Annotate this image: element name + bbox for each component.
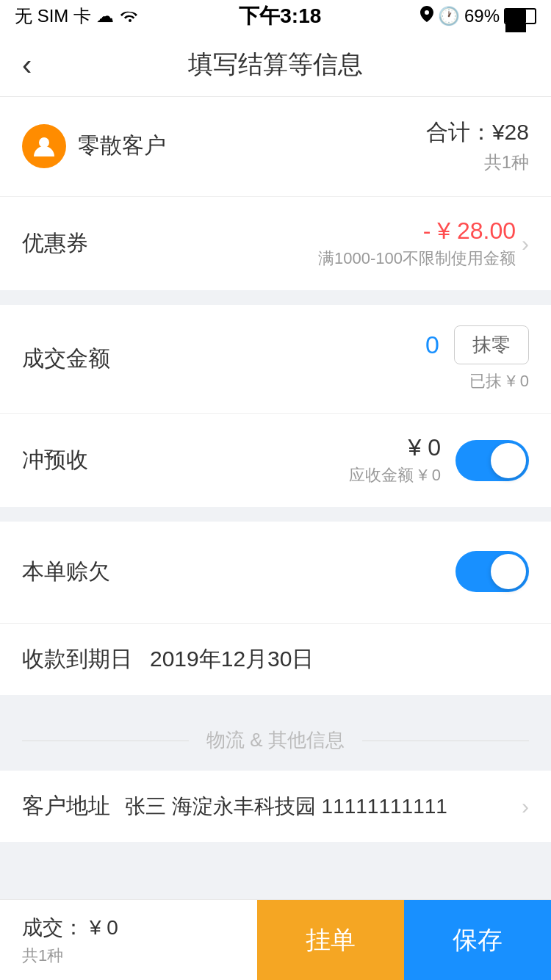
pre-collect-right: ¥ 0 应收金额 ¥ 0 [349, 434, 529, 486]
status-right: 🕐 69% [420, 6, 536, 26]
customer-summary: 合计：¥28 共1种 [426, 118, 529, 174]
logistics-section-header: 物流 & 其他信息 [0, 710, 551, 771]
pre-collect-info: ¥ 0 应收金额 ¥ 0 [349, 434, 441, 486]
wifi-icon [120, 6, 140, 26]
customer-name: 零散客户 [78, 131, 166, 161]
chevron-right-icon: › [522, 231, 529, 256]
location-icon [420, 6, 433, 26]
arrears-toggle-knob [491, 554, 526, 589]
due-date-label: 收款到期日 [22, 644, 132, 674]
alarm-icon: 🕐 [438, 6, 460, 26]
bottom-count: 共1种 [22, 945, 235, 967]
round-zero-button[interactable]: 抹零 [454, 325, 529, 364]
address-row[interactable]: 客户地址 张三 海淀永丰科技园 11111111111 › [0, 771, 551, 842]
pre-collect-amount: ¥ 0 [349, 434, 441, 461]
coupon-info: - ¥ 28.00 满1000-100不限制使用金额 [318, 217, 516, 270]
status-time: 下午3:18 [239, 2, 321, 30]
battery-percent: 69% [464, 6, 500, 26]
arrears-row: 本单赊欠 [0, 522, 551, 621]
hang-order-button[interactable]: 挂单 [257, 900, 404, 981]
nav-bar: ‹ 填写结算等信息 [0, 32, 551, 97]
pre-collect-row: 冲预收 ¥ 0 应收金额 ¥ 0 [0, 414, 551, 507]
bottom-summary: 成交： ¥ 0 共1种 [0, 914, 257, 967]
back-button[interactable]: ‹ [22, 50, 32, 79]
address-label: 客户地址 [22, 791, 110, 821]
coupon-label: 优惠券 [22, 228, 88, 259]
bottom-deal-amount: ¥ 0 [90, 916, 118, 940]
content-area: 零散客户 合计：¥28 共1种 优惠券 - ¥ 28.00 满1000-100不… [0, 97, 551, 980]
no-sim-text: 无 SIM 卡 ☁ [15, 4, 114, 28]
status-left: 无 SIM 卡 ☁ [15, 4, 140, 28]
bottom-deal-label: 成交： [22, 914, 84, 942]
receivable-amount-text: 应收金额 ¥ 0 [349, 464, 441, 486]
coupon-amount: - ¥ 28.00 [318, 217, 516, 245]
bottom-deal-row: 成交： ¥ 0 [22, 914, 235, 942]
bottom-bar: 成交： ¥ 0 共1种 挂单 保存 [0, 899, 551, 980]
page-title: 填写结算等信息 [188, 48, 363, 82]
customer-left: 零散客户 [22, 124, 166, 168]
total-amount: 合计：¥28 [426, 118, 529, 148]
due-date-value: 2019年12月30日 [150, 644, 314, 674]
transaction-value[interactable]: 0 [395, 331, 439, 359]
customer-card: 零散客户 合计：¥28 共1种 优惠券 - ¥ 28.00 满1000-100不… [0, 97, 551, 290]
transaction-label: 成交金额 [22, 344, 110, 374]
transaction-row: 成交金额 0 抹零 已抹 ¥ 0 [0, 305, 551, 414]
pre-collect-label: 冲预收 [22, 445, 88, 475]
amount-input-row: 0 抹零 [395, 325, 529, 364]
status-bar: 无 SIM 卡 ☁ 下午3:18 🕐 69% [0, 0, 551, 32]
svg-point-0 [39, 137, 49, 148]
toggle-knob [491, 443, 526, 478]
customer-row: 零散客户 合计：¥28 共1种 [0, 97, 551, 195]
arrears-label: 本单赊欠 [22, 557, 110, 587]
save-button[interactable]: 保存 [404, 900, 551, 981]
customer-avatar [22, 124, 66, 168]
coupon-row[interactable]: 优惠券 - ¥ 28.00 满1000-100不限制使用金额 › [0, 196, 551, 290]
total-count: 共1种 [426, 151, 529, 174]
logistics-section-title: 物流 & 其他信息 [189, 729, 362, 751]
arrears-toggle[interactable] [455, 551, 529, 592]
battery-icon [504, 8, 536, 24]
already-rounded-text: 已抹 ¥ 0 [469, 370, 529, 392]
transaction-section: 成交金额 0 抹零 已抹 ¥ 0 冲预收 ¥ 0 应收金额 ¥ 0 [0, 305, 551, 507]
amount-input-area: 0 抹零 已抹 ¥ 0 [395, 325, 529, 392]
due-date-row[interactable]: 收款到期日 2019年12月30日 [0, 623, 551, 695]
arrears-section: 本单赊欠 收款到期日 2019年12月30日 [0, 522, 551, 695]
pre-collect-toggle[interactable] [455, 440, 529, 481]
coupon-right: - ¥ 28.00 满1000-100不限制使用金额 › [318, 217, 529, 270]
coupon-desc: 满1000-100不限制使用金额 [318, 248, 516, 270]
address-value: 张三 海淀永丰科技园 11111111111 [125, 793, 522, 821]
address-chevron-icon: › [522, 794, 529, 819]
